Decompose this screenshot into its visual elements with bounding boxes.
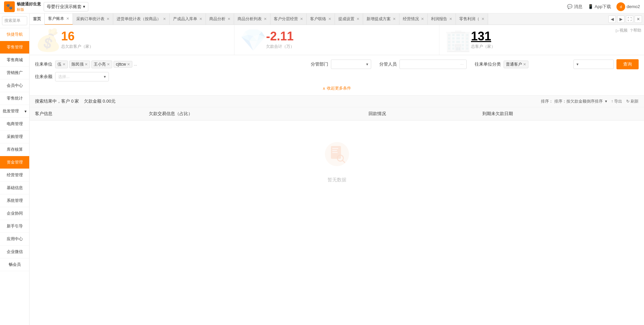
category-filter-tags: 普通客户 ✕: [504, 61, 571, 68]
sidebar-item-basic-info[interactable]: 基础信息: [0, 182, 29, 194]
sidebar-item-inventory[interactable]: 库存核算: [0, 143, 29, 156]
tab-home[interactable]: 首页: [30, 13, 45, 25]
tab-close-product-inbound[interactable]: ✕: [199, 17, 202, 21]
app-download-btn[interactable]: 📱 App下载: [588, 4, 611, 10]
tab-maximize-btn[interactable]: ⛶: [626, 15, 633, 23]
logo-text: 畅捷通好生意 标版: [17, 1, 41, 12]
user-profile[interactable]: d demo2: [616, 2, 640, 11]
tab-customer-contact[interactable]: 客户联络 ✕: [307, 13, 335, 25]
message-btn[interactable]: 💬 消息: [567, 4, 583, 10]
tab-business-status[interactable]: 经营情况 ✕: [399, 13, 428, 25]
tab-prev-btn[interactable]: ◀: [608, 15, 616, 23]
chevron-down-icon: ▾: [104, 74, 106, 79]
refresh-icon: ↻: [626, 99, 630, 104]
stat-bg-diamond-icon: 💎: [240, 27, 267, 52]
tab-close-customer-segment[interactable]: ✕: [300, 17, 303, 21]
sidebar-item-wechat[interactable]: 企业微信: [0, 246, 29, 258]
sidebar-item-new-guide[interactable]: 新手引导: [0, 220, 29, 233]
result-info: 搜索结果中，客户 0 家 欠款金额 0.00元: [35, 98, 116, 104]
sidebar-item-member[interactable]: 会员中心: [0, 79, 29, 92]
query-button[interactable]: 查询: [616, 59, 639, 69]
export-icon: ↑: [611, 99, 613, 104]
filter-row-1: 往来单位 伍 ✕ 陈民强 ✕ 王小亮 ✕: [35, 59, 639, 69]
tab-product-inbound[interactable]: 产成品入库单 ✕: [170, 13, 206, 25]
tab-inbound-stats[interactable]: 进货单统计表（按商品） ✕: [113, 13, 170, 25]
tab-profit-report[interactable]: 利润报告 ✕: [428, 13, 456, 25]
category-tag-1-close[interactable]: ✕: [523, 62, 526, 67]
sidebar-search-btn[interactable]: 搜索菜单: [2, 16, 27, 25]
filter-area: 往来单位 伍 ✕ 陈民强 ✕ 王小亮 ✕: [30, 55, 644, 96]
export-btn[interactable]: ↑ 导出: [611, 99, 622, 104]
refresh-btn[interactable]: ↻ 刷新: [626, 99, 639, 104]
chevron-down-icon: ▾: [576, 62, 578, 67]
tab-purchase-orders[interactable]: 采购订单统计表 ✕: [73, 13, 113, 25]
tab-close-all-btn[interactable]: ✕: [635, 15, 642, 23]
svg-rect-4: [332, 152, 338, 153]
category-filter-select[interactable]: ▾: [573, 60, 614, 69]
sidebar-item-retail[interactable]: 零售管理: [0, 41, 29, 54]
sidebar-item-purchase[interactable]: 采购管理: [0, 131, 29, 143]
stat-overdue-amount-label: 欠款合计（万）: [266, 44, 294, 49]
sidebar-item-operations[interactable]: 经营管理: [0, 169, 29, 182]
tab-customers[interactable]: 客户账本 ✕: [45, 13, 73, 25]
unit-tag-4-close[interactable]: ✕: [127, 62, 130, 67]
tab-close-profit-report[interactable]: ✕: [449, 17, 452, 21]
person-filter-input[interactable]: ···: [399, 60, 467, 69]
sidebar: 搜索菜单 快捷导航 零售管理 零售商城 营销推广 会员中心 零售统计 批发管理 …: [0, 13, 30, 325]
tab-close-business-status[interactable]: ✕: [421, 17, 424, 21]
unit-tag-3-close[interactable]: ✕: [107, 62, 110, 67]
tab-close-new-plan[interactable]: ✕: [393, 17, 396, 21]
col-overdue-info: 欠款交易信息（占比）: [143, 107, 363, 120]
tab-close-customer-contact[interactable]: ✕: [328, 17, 331, 21]
tab-goods-analysis-list[interactable]: 商品分析列表 ✕: [234, 13, 270, 25]
tab-close-customers[interactable]: ✕: [66, 16, 69, 21]
sort-select[interactable]: 排序： 排序：按欠款金额倒序排序 ▾: [541, 99, 607, 104]
video-help-btn[interactable]: ▷ 视频: [616, 28, 628, 33]
stat-overdue-amount-value: -2.11: [266, 30, 294, 42]
category-tag-1: 普通客户 ✕: [504, 61, 528, 68]
sidebar-item-retail-mall[interactable]: 零售商城: [0, 54, 29, 67]
tab-close-goods-analysis-list[interactable]: ✕: [264, 17, 267, 21]
sidebar-item-app-center[interactable]: 应用中心: [0, 233, 29, 246]
balance-filter-select[interactable]: 选择... ▾: [55, 72, 109, 81]
avatar: d: [616, 2, 625, 11]
workspace-selector[interactable]: 母婴行业演示账套 ▾: [44, 2, 88, 11]
tab-new-plan[interactable]: 新增提成方案 ✕: [363, 13, 399, 25]
empty-row: 暂无数据: [30, 120, 644, 204]
unit-tag-more[interactable]: ...: [134, 62, 137, 67]
tab-close-purchase-orders[interactable]: ✕: [106, 17, 110, 21]
stat-total-customers-label: 总客户（家）: [471, 44, 495, 49]
sidebar-item-vip[interactable]: 畅会员: [0, 258, 29, 271]
sidebar-item-batch[interactable]: 批发管理 ▾: [0, 105, 29, 118]
phone-icon: 📱: [588, 4, 593, 9]
unit-tag-2-close[interactable]: ✕: [85, 62, 88, 67]
dept-filter-select[interactable]: ▾: [331, 60, 371, 69]
col-customer-info: 客户信息: [30, 107, 143, 120]
help-btn[interactable]: ? 帮助: [630, 28, 641, 33]
category-filter-label: 往来单位分类: [475, 61, 501, 67]
tab-close-inbound-stats[interactable]: ✕: [163, 17, 166, 21]
sidebar-item-system[interactable]: 系统管理: [0, 194, 29, 207]
tab-customer-segment[interactable]: 客户分层经营 ✕: [270, 13, 307, 25]
tab-reminder-settings[interactable]: 提成设置 ✕: [335, 13, 363, 25]
tab-goods-analysis[interactable]: 商品分析 ✕: [206, 13, 234, 25]
filter-row-2: 往来余额 选择... ▾: [35, 72, 639, 81]
table-body: 暂无数据: [30, 120, 644, 204]
tab-close-retail-profit[interactable]: ✕: [481, 17, 484, 21]
sidebar-item-ecommerce[interactable]: 电商管理: [0, 118, 29, 131]
collapse-btn[interactable]: ∧ 收起更多条件: [323, 85, 351, 91]
tab-close-goods-analysis[interactable]: ✕: [227, 17, 230, 21]
unit-tag-3: 王小亮 ✕: [91, 61, 112, 68]
result-actions: 排序： 排序：按欠款金额倒序排序 ▾ ↑ 导出 ↻ 刷新: [541, 99, 639, 104]
sidebar-item-enterprise[interactable]: 企业协同: [0, 207, 29, 220]
tab-retail-profit[interactable]: 零售利润（ ✕: [456, 13, 488, 25]
tab-close-reminder-settings[interactable]: ✕: [356, 17, 359, 21]
sidebar-item-marketing[interactable]: 营销推广: [0, 67, 29, 79]
sidebar-item-finance[interactable]: 资金管理: [0, 156, 29, 169]
sidebar-item-quick-nav[interactable]: 快捷导航: [0, 28, 29, 41]
table-header: 客户信息 欠款交易信息（占比） 回款情况 到期未欠款日期: [30, 107, 644, 120]
sidebar-item-retail-stats[interactable]: 零售统计: [0, 92, 29, 105]
unit-tag-1-close[interactable]: ✕: [62, 62, 66, 67]
stat-bg-coin-icon: 💰: [35, 27, 62, 52]
tab-next-btn[interactable]: ▶: [617, 15, 625, 23]
